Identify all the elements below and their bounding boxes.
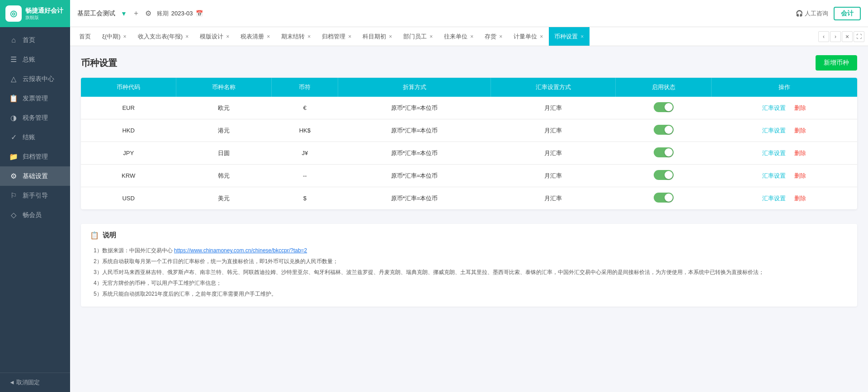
tab-tax[interactable]: 税表清册 × bbox=[235, 27, 276, 46]
sidebar-label-invoice: 发票管理 bbox=[23, 94, 48, 103]
tab-close-period-end[interactable]: × bbox=[307, 33, 311, 40]
toggle-1[interactable] bbox=[654, 125, 674, 135]
tab-inventory[interactable]: 存货 × bbox=[479, 27, 508, 46]
notice-icon: 📋 bbox=[90, 231, 99, 240]
kuaiji-button[interactable]: 会计 bbox=[834, 7, 861, 20]
new-currency-button[interactable]: 新增币种 bbox=[816, 55, 857, 71]
cell-calc-2: 原币*汇率=本位币 bbox=[338, 142, 491, 165]
page-title: 币种设置 bbox=[81, 57, 117, 69]
tab-label-inventory: 存货 bbox=[485, 33, 496, 41]
member-icon: ◇ bbox=[9, 211, 18, 219]
tab-close-staff[interactable]: × bbox=[429, 33, 433, 40]
tab-xi[interactable]: ξ(中期) × bbox=[97, 27, 132, 46]
tab-next-button[interactable]: › bbox=[830, 31, 841, 42]
rate-setting-link-4[interactable]: 汇率设置 bbox=[762, 195, 786, 202]
notice-title-text: 说明 bbox=[103, 231, 116, 240]
cell-code-4: USD bbox=[81, 187, 176, 210]
tab-close-all-button[interactable]: × bbox=[842, 31, 853, 42]
tab-template[interactable]: 模版设计 × bbox=[194, 27, 235, 46]
tab-partner[interactable]: 往来单位 × bbox=[439, 27, 479, 46]
tab-close-tax[interactable]: × bbox=[267, 33, 270, 40]
invoice-icon: 📋 bbox=[9, 94, 18, 103]
toggle-3[interactable] bbox=[654, 170, 674, 180]
topbar-gear-icon[interactable]: ⚙ bbox=[145, 9, 151, 18]
notice-link-0[interactable]: https://www.chinamoney.com.cn/chinese/bk… bbox=[174, 247, 307, 254]
tab-close-archive[interactable]: × bbox=[348, 33, 351, 40]
headset-icon: 🎧 bbox=[796, 10, 803, 17]
rate-setting-link-1[interactable]: 汇率设置 bbox=[762, 127, 786, 134]
delete-link-0[interactable]: 删除 bbox=[794, 104, 806, 111]
tab-prev-button[interactable]: ‹ bbox=[818, 31, 829, 42]
rate-setting-link-2[interactable]: 汇率设置 bbox=[762, 150, 786, 156]
sidebar-item-reports[interactable]: △ 云报表中心 bbox=[0, 69, 70, 89]
tab-close-subject[interactable]: × bbox=[389, 33, 392, 40]
tab-unit[interactable]: 计量单位 × bbox=[508, 27, 549, 46]
toggle-2[interactable] bbox=[654, 147, 674, 157]
cell-action-0: 汇率设置 删除 bbox=[711, 97, 857, 119]
col-action: 操作 bbox=[711, 78, 857, 97]
col-calc: 折算方式 bbox=[338, 78, 491, 97]
sidebar-item-tax[interactable]: ◑ 税务管理 bbox=[0, 108, 70, 128]
cell-code-3: KRW bbox=[81, 165, 176, 187]
table-body: EUR 欧元 € 原币*汇率=本位币 月汇率 汇率设置 删除 HKD 港元 HK… bbox=[81, 97, 857, 209]
delete-link-3[interactable]: 删除 bbox=[794, 172, 806, 179]
cell-calc-3: 原币*汇率=本位币 bbox=[338, 165, 491, 187]
sidebar-item-guide[interactable]: ⚐ 新手引导 bbox=[0, 186, 70, 205]
page-title-bar: 币种设置 新增币种 bbox=[81, 55, 857, 71]
sidebar-item-archive[interactable]: 📁 归档管理 bbox=[0, 147, 70, 166]
sidebar-item-invoice[interactable]: 📋 发票管理 bbox=[0, 89, 70, 108]
cell-symbol-1: HK$ bbox=[272, 119, 338, 142]
notice-item: 5）系统只能自动抓取2021年度后的汇率，之前年度汇率需要用户手工维护。 bbox=[94, 288, 848, 299]
topbar: 基层工会测试 ▼ ＋ ⚙ 账期 2023-03 📅 🎧 人工咨询 会计 bbox=[70, 0, 868, 27]
reports-icon: △ bbox=[9, 75, 18, 83]
cell-ratetype-4: 月汇率 bbox=[491, 187, 615, 210]
sidebar-item-ledger[interactable]: ☰ 总账 bbox=[0, 50, 70, 69]
table-row: KRW 韩元 -- 原币*汇率=本位币 月汇率 汇率设置 删除 bbox=[81, 165, 857, 187]
topbar-add-button[interactable]: ＋ bbox=[132, 9, 140, 18]
toggle-4[interactable] bbox=[654, 193, 674, 203]
sidebar-item-settle[interactable]: ✓ 结账 bbox=[0, 128, 70, 147]
sidebar-item-settings[interactable]: ⚙ 基础设置 bbox=[0, 166, 70, 186]
tab-period-end[interactable]: 期末结转 × bbox=[276, 27, 316, 46]
toggle-0[interactable] bbox=[654, 102, 674, 112]
tab-close-template[interactable]: × bbox=[226, 33, 229, 40]
service-button[interactable]: 🎧 人工咨询 bbox=[796, 9, 828, 18]
tab-archive[interactable]: 归档管理 × bbox=[316, 27, 357, 46]
notice-title: 📋 说明 bbox=[90, 231, 848, 240]
col-code: 币种代码 bbox=[81, 78, 176, 97]
tab-close-income[interactable]: × bbox=[185, 33, 189, 40]
tab-subject[interactable]: 科目期初 × bbox=[357, 27, 398, 46]
rate-setting-link-0[interactable]: 汇率设置 bbox=[762, 104, 786, 111]
topbar-dropdown-icon[interactable]: ▼ bbox=[121, 10, 127, 17]
sidebar-item-member[interactable]: ◇ 畅会员 bbox=[0, 205, 70, 225]
tab-close-currency[interactable]: × bbox=[580, 33, 584, 40]
topbar-period: 账期 2023-03 📅 bbox=[157, 9, 203, 18]
sidebar-pin-toggle[interactable]: ◄ 取消固定 bbox=[0, 373, 70, 392]
cell-calc-1: 原币*汇率=本位币 bbox=[338, 119, 491, 142]
cell-action-2: 汇率设置 删除 bbox=[711, 142, 857, 165]
cell-status-0 bbox=[616, 97, 712, 119]
tab-currency[interactable]: 币种设置 × bbox=[549, 27, 590, 46]
calendar-icon[interactable]: 📅 bbox=[196, 10, 203, 17]
tab-staff[interactable]: 部门员工 × bbox=[398, 27, 439, 46]
rate-setting-link-3[interactable]: 汇率设置 bbox=[762, 172, 786, 179]
tab-home[interactable]: 首页 bbox=[74, 27, 97, 46]
delete-link-1[interactable]: 删除 bbox=[794, 127, 806, 134]
delete-link-2[interactable]: 删除 bbox=[794, 150, 806, 156]
notice-item: 3）人民币对马来西亚林吉特、俄罗斯卢布、南非兰特、韩元、阿联酋迪拉姆、沙特里亚尔… bbox=[94, 267, 848, 278]
cell-name-0: 欧元 bbox=[176, 97, 272, 119]
sidebar-item-home[interactable]: ⌂ 首页 bbox=[0, 31, 70, 50]
tab-income[interactable]: 收入支出表(年报) × bbox=[132, 27, 195, 46]
tab-label-income: 收入支出表(年报) bbox=[138, 33, 183, 41]
home-icon: ⌂ bbox=[9, 36, 18, 44]
delete-link-4[interactable]: 删除 bbox=[794, 195, 806, 202]
tab-close-partner[interactable]: × bbox=[470, 33, 473, 40]
cell-status-2 bbox=[616, 142, 712, 165]
tab-label-home: 首页 bbox=[79, 33, 91, 41]
settle-icon: ✓ bbox=[9, 133, 18, 142]
cell-action-1: 汇率设置 删除 bbox=[711, 119, 857, 142]
tab-close-unit[interactable]: × bbox=[540, 33, 543, 40]
tab-expand-button[interactable]: ⛶ bbox=[854, 31, 864, 42]
tab-close-inventory[interactable]: × bbox=[499, 33, 502, 40]
tab-close-xi[interactable]: × bbox=[123, 33, 126, 40]
